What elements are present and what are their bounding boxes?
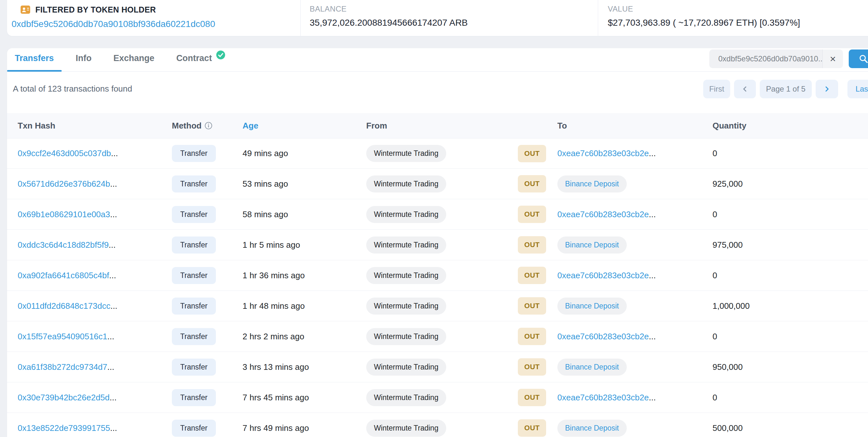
direction-badge: OUT [518, 175, 546, 192]
chevron-right-icon [823, 85, 831, 93]
close-icon: × [830, 53, 836, 65]
to-address-link[interactable]: 0xeae7c60b283e03cb2e... [557, 271, 656, 280]
balance-label: BALANCE [310, 4, 598, 13]
token-holder-address-link[interactable]: 0xdbf5e9c5206d0db70a90108bf936da60221dc0… [11, 19, 215, 29]
table-row: 0x5671d6d26e376b624b... Transfer 53 mins… [7, 169, 868, 199]
txn-hash-link[interactable]: 0x69b1e08629101e00a3... [18, 210, 117, 219]
tab-info[interactable]: Info [68, 48, 99, 68]
method-badge: Transfer [172, 206, 216, 223]
tab-exchange[interactable]: Exchange [106, 48, 162, 68]
quantity-cell: 500,000 [713, 423, 868, 433]
from-address-label[interactable]: Wintermute Trading [366, 298, 446, 315]
value-label: VALUE [608, 4, 868, 13]
from-address-label[interactable]: Wintermute Trading [366, 267, 446, 284]
token-transfers-page: FILTERED BY TOKEN HOLDER 0xdbf5e9c5206d0… [0, 0, 868, 437]
address-filter-group: 0xdbf5e9c5206d0db70a9010... × [709, 50, 868, 68]
from-address-label[interactable]: Wintermute Trading [366, 420, 446, 437]
quantity-cell: 925,000 [713, 179, 868, 189]
table-body: 0x9ccf2e463d005c037db... Transfer 49 min… [7, 138, 868, 437]
page-indicator: Page 1 of 5 [760, 80, 812, 98]
previous-page-button[interactable] [734, 80, 756, 98]
filtered-by-label: FILTERED BY TOKEN HOLDER [35, 5, 156, 14]
from-address-label[interactable]: Wintermute Trading [366, 176, 446, 192]
quantity-cell: 950,000 [713, 362, 868, 372]
direction-badge: OUT [518, 267, 546, 284]
address-filter-input[interactable]: 0xdbf5e9c5206d0db70a9010... [709, 50, 823, 68]
direction-badge: OUT [518, 145, 546, 162]
balance-value: 35,972,026.200881945666174207 ARB [310, 18, 598, 28]
direction-badge: OUT [518, 389, 546, 406]
tab-bar: Transfers Info Exchange Contract 0xdbf5e… [7, 48, 868, 72]
filtered-holder-section: FILTERED BY TOKEN HOLDER 0xdbf5e9c5206d0… [7, 0, 300, 36]
to-address-link[interactable]: 0xeae7c60b283e03cb2e... [557, 332, 656, 341]
age-cell: 7 hrs 49 mins ago [243, 423, 366, 433]
method-badge: Transfer [172, 389, 216, 406]
direction-badge: OUT [518, 419, 546, 437]
txn-hash-link[interactable]: 0x30e739b42bc26e2d5d... [18, 393, 117, 402]
next-page-button[interactable] [816, 80, 838, 98]
to-address-link[interactable]: 0xeae7c60b283e03cb2e... [557, 210, 656, 219]
first-page-button[interactable]: First [703, 80, 730, 98]
method-badge: Transfer [172, 176, 216, 192]
token-holder-icon [20, 4, 31, 15]
balance-section: BALANCE 35,972,026.200881945666174207 AR… [300, 0, 598, 36]
method-badge: Transfer [172, 145, 216, 162]
method-badge: Transfer [172, 358, 216, 376]
txn-hash-link[interactable]: 0xa61f38b272dc9734d7... [18, 362, 114, 372]
age-cell: 2 hrs 2 mins ago [243, 332, 366, 342]
age-cell: 7 hrs 45 mins ago [243, 393, 366, 403]
method-badge: Transfer [172, 267, 216, 284]
txn-hash-link[interactable]: 0x15f57ea954090516c1... [18, 332, 114, 341]
age-cell: 3 hrs 13 mins ago [243, 362, 366, 372]
last-page-button[interactable]: Last [847, 80, 868, 98]
from-address-label[interactable]: Wintermute Trading [366, 237, 446, 253]
info-icon[interactable] [204, 121, 213, 130]
search-icon [859, 54, 868, 64]
age-cell: 53 mins ago [243, 179, 366, 189]
summary-bar: A total of 123 transactions found First … [7, 72, 868, 113]
to-address-link[interactable]: 0xeae7c60b283e03cb2e... [557, 149, 656, 158]
from-address-label[interactable]: Wintermute Trading [366, 145, 446, 162]
table-row: 0x15f57ea954090516c1... Transfer 2 hrs 2… [7, 321, 868, 352]
direction-badge: OUT [518, 358, 546, 376]
method-badge: Transfer [172, 298, 216, 315]
from-address-label[interactable]: Wintermute Trading [366, 206, 446, 223]
quantity-cell: 0 [713, 210, 868, 219]
tab-transfers[interactable]: Transfers [7, 48, 62, 68]
from-address-label[interactable]: Wintermute Trading [366, 389, 446, 406]
direction-badge: OUT [518, 297, 546, 315]
quantity-cell: 0 [713, 332, 868, 342]
tab-contract[interactable]: Contract [169, 48, 233, 68]
quantity-cell: 0 [713, 271, 868, 281]
to-address-link[interactable]: Binance Deposit [557, 420, 627, 437]
txn-hash-link[interactable]: 0xddc3c6d4c18d82bf5f9... [18, 240, 116, 250]
method-badge: Transfer [172, 328, 216, 345]
transfers-card: Transfers Info Exchange Contract 0xdbf5e… [7, 48, 868, 437]
table-row: 0x30e739b42bc26e2d5d... Transfer 7 hrs 4… [7, 382, 868, 413]
age-cell: 1 hr 5 mins ago [243, 240, 366, 250]
to-address-link[interactable]: Binance Deposit [557, 237, 627, 253]
to-address-link[interactable]: Binance Deposit [557, 176, 627, 192]
column-header-method: Method [172, 121, 243, 131]
txn-hash-link[interactable]: 0x5671d6d26e376b624b... [18, 179, 117, 189]
from-address-label[interactable]: Wintermute Trading [366, 358, 446, 376]
direction-badge: OUT [518, 328, 546, 345]
search-button[interactable] [849, 50, 868, 68]
clear-filter-button[interactable]: × [823, 50, 843, 68]
to-address-link[interactable]: 0xeae7c60b283e03cb2e... [557, 393, 656, 402]
column-header-age[interactable]: Age [243, 121, 366, 131]
pagination: First Page 1 of 5 Last [703, 80, 868, 98]
to-address-link[interactable]: Binance Deposit [557, 298, 627, 315]
column-header-from: From [366, 121, 514, 131]
age-cell: 1 hr 36 mins ago [243, 271, 366, 281]
txn-hash-link[interactable]: 0x011dfd2d6848c173dcc... [18, 301, 117, 311]
quantity-cell: 975,000 [713, 240, 868, 250]
from-address-label[interactable]: Wintermute Trading [366, 328, 446, 345]
table-row: 0x69b1e08629101e00a3... Transfer 58 mins… [7, 199, 868, 230]
chevron-left-icon [741, 85, 749, 93]
column-header-txn-hash: Txn Hash [18, 121, 172, 131]
txn-hash-link[interactable]: 0x9ccf2e463d005c037db... [18, 149, 118, 158]
to-address-link[interactable]: Binance Deposit [557, 358, 627, 376]
txn-hash-link[interactable]: 0xa902fa6641c6805c4bf... [18, 271, 116, 280]
txn-hash-link[interactable]: 0x13e8522de793991755... [18, 423, 117, 433]
